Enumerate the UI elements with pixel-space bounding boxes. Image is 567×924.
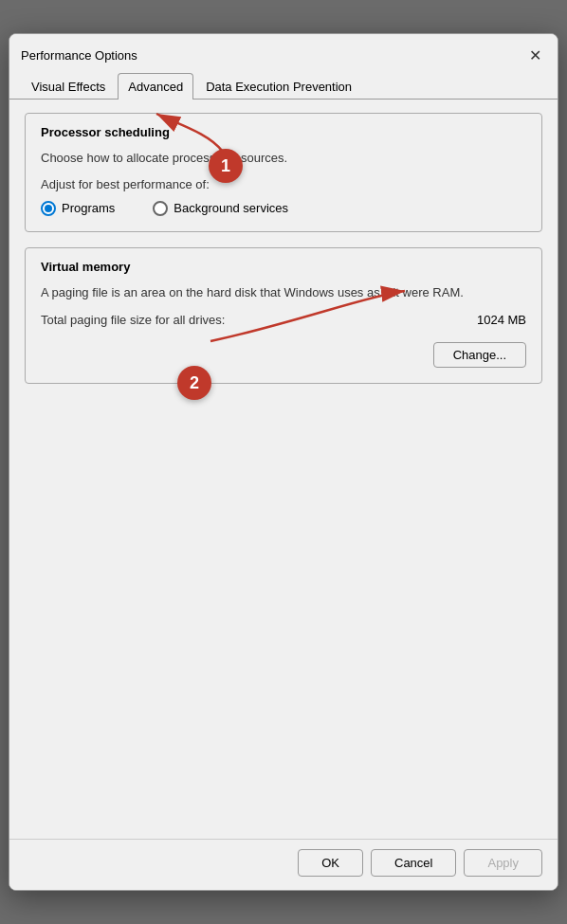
tab-dep[interactable]: Data Execution Prevention xyxy=(195,73,362,100)
paging-label: Total paging file size for all drives: xyxy=(41,313,225,327)
apply-button[interactable]: Apply xyxy=(464,849,542,877)
annotation-badge-2: 2 xyxy=(177,366,211,400)
performance-options-dialog: Performance Options ✕ Visual Effects Adv… xyxy=(9,33,558,891)
cancel-button[interactable]: Cancel xyxy=(371,849,456,877)
dialog-footer: OK Cancel Apply xyxy=(9,839,558,890)
programs-radio-circle[interactable] xyxy=(41,201,56,216)
performance-radio-group: Programs Background services xyxy=(41,201,526,216)
programs-label: Programs xyxy=(62,201,115,215)
tab-advanced[interactable]: Advanced xyxy=(118,73,193,100)
close-button[interactable]: ✕ xyxy=(523,44,546,66)
change-button[interactable]: Change... xyxy=(433,342,526,368)
virtual-memory-description: A paging file is an area on the hard dis… xyxy=(41,283,526,302)
tab-bar: Visual Effects Advanced Data Execution P… xyxy=(9,66,558,100)
dialog-title: Performance Options xyxy=(21,48,137,63)
paging-row: Total paging file size for all drives: 1… xyxy=(41,313,526,327)
processor-scheduling-title: Processor scheduling xyxy=(41,125,526,139)
adjust-label: Adjust for best performance of: xyxy=(41,177,526,191)
programs-radio-item[interactable]: Programs xyxy=(41,201,115,216)
background-label: Background services xyxy=(174,201,288,215)
tab-content: 1 Processor scheduling Choose how to all… xyxy=(9,100,558,839)
virtual-memory-title: Virtual memory xyxy=(41,260,526,274)
virtual-memory-section: Virtual memory A paging file is an area … xyxy=(25,247,542,385)
ok-button[interactable]: OK xyxy=(298,849,363,877)
paging-value: 1024 MB xyxy=(477,313,526,327)
background-radio-circle[interactable] xyxy=(153,201,168,216)
title-bar: Performance Options ✕ xyxy=(9,34,558,66)
processor-scheduling-section: Processor scheduling Choose how to alloc… xyxy=(25,113,542,232)
processor-scheduling-description: Choose how to allocate processor resourc… xyxy=(41,149,526,168)
background-radio-item[interactable]: Background services xyxy=(153,201,288,216)
tab-visual-effects[interactable]: Visual Effects xyxy=(21,73,116,100)
